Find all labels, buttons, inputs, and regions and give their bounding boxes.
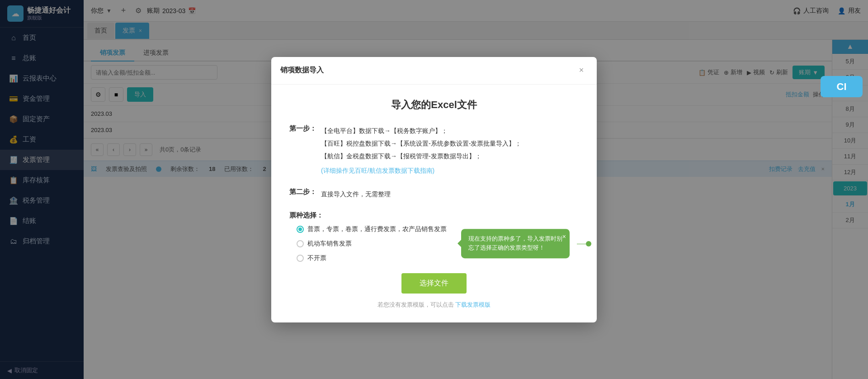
download-template-link[interactable]: 下载发票模版 — [455, 301, 491, 308]
step-1: 第一步： 【全电平台】数据下载→【税务数字账户】； 【百旺】税控盘数据下载→【系… — [289, 124, 579, 177]
step-1-label: 第一步： — [289, 124, 316, 133]
radio-circle-2 — [297, 240, 304, 247]
select-file-button[interactable]: 选择文件 — [401, 273, 467, 294]
radio-group: 普票，专票，卷票，通行费发票，农产品销售发票 机动车销售发票 不开票 — [289, 225, 579, 262]
tooltip-close-btn[interactable]: × — [562, 232, 566, 242]
step-1-detail: 【全电平台】数据下载→【税务数字账户】； 【百旺】税控盘数据下载→【系统设置-系… — [321, 124, 521, 177]
step-2: 第二步： 直接导入文件，无需整理 — [289, 188, 579, 200]
modal-overlay: 销项数据导入 × 导入您的Excel文件 第一步： 【全电平台】数据下载→【税务… — [0, 0, 868, 379]
modal-close-button[interactable]: × — [575, 64, 588, 77]
ticket-label: 票种选择： — [289, 211, 323, 219]
step-2-text: 直接导入文件，无需整理 — [321, 190, 391, 198]
modal-body: 导入您的Excel文件 第一步： 【全电平台】数据下载→【税务数字账户】； 【百… — [271, 85, 597, 322]
modal-big-title: 导入您的Excel文件 — [289, 98, 579, 112]
import-modal: 销项数据导入 × 导入您的Excel文件 第一步： 【全电平台】数据下载→【税务… — [271, 57, 597, 322]
radio-circle-3 — [297, 255, 304, 262]
ci-badge: CI — [821, 76, 863, 97]
ticket-option-3-label: 不开票 — [307, 254, 326, 262]
step-1-line-1: 【全电平台】数据下载→【税务数字账户】； — [321, 124, 521, 137]
footer-text: 若您没有发票模版，可以点击 — [377, 301, 454, 308]
step-1-line-3: 【航信】金税盘数据下载→【报税管理-发票数据导出】； — [321, 150, 521, 162]
modal-footer: 若您没有发票模版，可以点击 下载发票模版 — [289, 301, 579, 309]
tooltip-connector-dot — [586, 241, 591, 246]
ticket-select: 票种选择： 普票，专票，卷票，通行费发票，农产品销售发票 机动车销售发票 — [289, 211, 579, 262]
modal-header: 销项数据导入 × — [271, 57, 597, 85]
tooltip-text: 现在支持的票种多了，导入发票时别忘了选择正确的发票类型呀！ — [468, 235, 562, 251]
tooltip-bubble: × 现在支持的票种多了，导入发票时别忘了选择正确的发票类型呀！ — [461, 229, 570, 259]
step-1-link[interactable]: (详细操作见百旺/航信发票数据下载指南) — [321, 167, 434, 174]
select-file-label: 选择文件 — [420, 279, 448, 287]
ticket-option-2-label: 机动车销售发票 — [307, 240, 352, 248]
step-2-detail: 直接导入文件，无需整理 — [321, 188, 391, 200]
step-2-row: 第二步： 直接导入文件，无需整理 — [289, 188, 579, 200]
step-2-label: 第二步： — [289, 188, 316, 196]
ci-label: CI — [837, 81, 847, 93]
radio-dot-1 — [298, 227, 302, 231]
step-1-row: 第一步： 【全电平台】数据下载→【税务数字账户】； 【百旺】税控盘数据下载→【系… — [289, 124, 579, 177]
step-1-line-2: 【百旺】税控盘数据下载→【系统设置-系统参数设置-发票批量导入】； — [321, 137, 521, 150]
step-1-link-row: (详细操作见百旺/航信发票数据下载指南) — [321, 164, 521, 177]
modal-title: 销项数据导入 — [280, 66, 324, 75]
radio-circle-1 — [297, 226, 304, 233]
ticket-option-1-label: 普票，专票，卷票，通行费发票，农产品销售发票 — [307, 225, 447, 233]
